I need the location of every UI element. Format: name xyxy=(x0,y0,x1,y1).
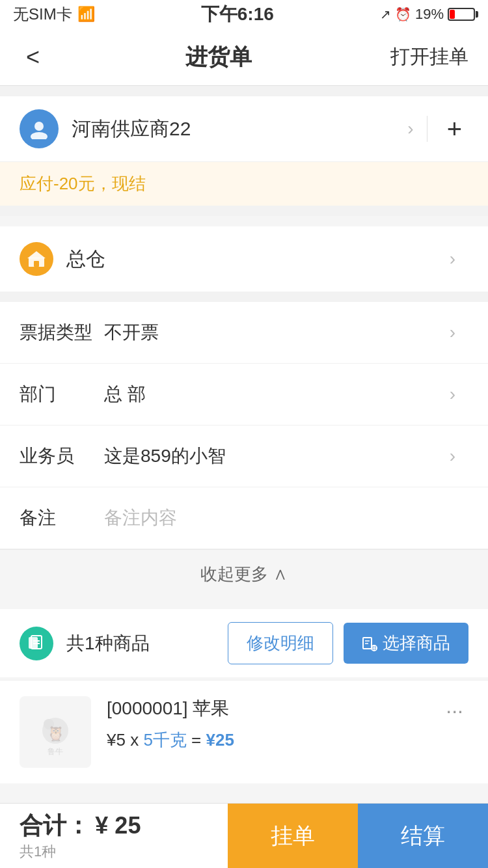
svg-point-1 xyxy=(31,132,47,139)
select-product-button[interactable]: 选择商品 xyxy=(344,623,468,664)
dept-value: 总 部 xyxy=(98,382,450,407)
collapse-button[interactable]: 收起更多 ∧ xyxy=(0,549,488,599)
summary-info: 合计： ¥ 25 共1种 xyxy=(0,810,228,861)
status-time: 下午6:16 xyxy=(201,2,274,27)
warehouse-icon xyxy=(20,242,53,276)
product-total: ¥25 xyxy=(206,730,234,750)
product-info: [0000001] 苹果 ¥5 x 5千克 = ¥25 xyxy=(107,696,441,752)
select-product-label: 选择商品 xyxy=(383,632,450,655)
divider-1 xyxy=(0,86,488,96)
dept-row[interactable]: 部门 总 部 › xyxy=(0,364,488,426)
invoice-label: 票据类型 xyxy=(20,320,98,345)
product-id: [0000001] xyxy=(107,698,188,718)
product-title-text: 苹果 xyxy=(193,698,229,718)
invoice-value: 不开票 xyxy=(98,320,450,345)
location-icon: ↗ xyxy=(380,7,391,22)
status-left: 无SIM卡 📶 xyxy=(13,4,95,25)
invoice-chevron: › xyxy=(450,322,455,343)
summary-count: 共1种 xyxy=(20,842,208,861)
salesperson-chevron: › xyxy=(450,446,455,467)
divider-2 xyxy=(0,206,488,216)
total-label: 合计： xyxy=(20,812,90,839)
salesperson-label: 业务员 xyxy=(20,444,98,468)
product-item: 鲁牛 🦉 [0000001] 苹果 ¥5 x 5千克 = ¥25 ··· xyxy=(0,680,488,783)
nav-bar: < 进货单 打开挂单 xyxy=(0,29,488,86)
product-unit-price: ¥5 xyxy=(107,730,126,750)
product-price: ¥5 x 5千克 = ¥25 xyxy=(107,729,441,752)
status-bar: 无SIM卡 📶 下午6:16 ↗ ⏰ 19% xyxy=(0,0,488,29)
remark-row[interactable]: 备注 备注内容 xyxy=(0,487,488,549)
status-right: ↗ ⏰ 19% xyxy=(380,6,475,23)
product-count-text: 共1种商品 xyxy=(66,631,228,656)
form-section: 票据类型 不开票 › 部门 总 部 › 业务员 这是859的小智 › 备注 备注… xyxy=(0,302,488,549)
product-header: 共1种商品 修改明细 选择商品 xyxy=(0,609,488,677)
product-quantity: 5千克 xyxy=(143,730,186,750)
settle-button[interactable]: 结算 xyxy=(358,804,488,869)
svg-marker-3 xyxy=(27,251,46,258)
supplier-section: 河南供应商22 › + xyxy=(0,96,488,162)
salesperson-value: 这是859的小智 xyxy=(98,444,450,468)
svg-rect-4 xyxy=(34,261,39,267)
svg-text:🦉: 🦉 xyxy=(47,725,65,742)
product-multiply: x xyxy=(130,730,143,750)
wifi-icon: 📶 xyxy=(77,6,95,23)
total-value: ¥ 25 xyxy=(95,812,141,839)
dept-chevron: › xyxy=(450,384,455,405)
product-equals: = xyxy=(191,730,206,750)
svg-text:鲁牛: 鲁牛 xyxy=(47,747,63,756)
hang-button[interactable]: 挂单 xyxy=(228,804,358,869)
supplier-name[interactable]: 河南供应商22 xyxy=(72,116,407,142)
supplier-avatar xyxy=(20,109,59,148)
warehouse-section[interactable]: 总仓 › xyxy=(0,226,488,292)
remark-input[interactable]: 备注内容 xyxy=(98,506,468,530)
carrier-text: 无SIM卡 xyxy=(13,4,72,25)
warehouse-chevron: › xyxy=(450,249,455,269)
alarm-icon: ⏰ xyxy=(395,7,411,22)
product-count-icon xyxy=(20,627,53,660)
bottom-bar: 合计： ¥ 25 共1种 挂单 结算 xyxy=(0,803,488,868)
invoice-row[interactable]: 票据类型 不开票 › xyxy=(0,302,488,364)
dept-label: 部门 xyxy=(20,382,98,407)
add-supplier-button[interactable]: + xyxy=(441,115,468,144)
supplier-divider xyxy=(427,116,427,142)
battery-fill xyxy=(450,10,455,19)
battery-icon xyxy=(448,8,475,21)
page-title: 进货单 xyxy=(185,42,252,72)
product-name: [0000001] 苹果 xyxy=(107,696,441,721)
remark-label: 备注 xyxy=(20,506,98,530)
back-button[interactable]: < xyxy=(20,37,46,77)
warehouse-name: 总仓 xyxy=(66,246,450,273)
product-more-button[interactable]: ··· xyxy=(441,696,468,726)
edit-detail-button[interactable]: 修改明细 xyxy=(228,622,333,664)
product-thumbnail: 鲁牛 🦉 xyxy=(20,696,91,768)
open-hang-button[interactable]: 打开挂单 xyxy=(390,44,468,70)
salesperson-row[interactable]: 业务员 这是859的小智 › xyxy=(0,426,488,487)
svg-point-0 xyxy=(34,122,44,131)
supplier-chevron: › xyxy=(407,118,413,139)
alert-banner: 应付-20元，现结 xyxy=(0,162,488,206)
battery-pct: 19% xyxy=(415,6,444,23)
summary-total: 合计： ¥ 25 xyxy=(20,810,208,842)
divider-3 xyxy=(0,292,488,302)
